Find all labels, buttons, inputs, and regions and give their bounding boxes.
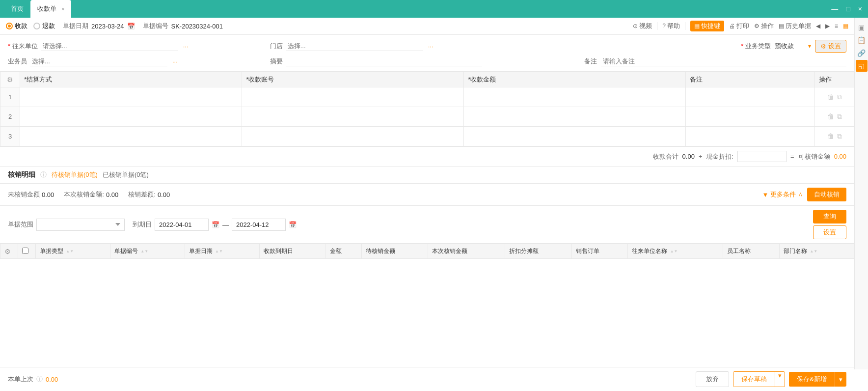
close-btn[interactable]: × [856, 5, 864, 13]
bth-date[interactable]: 单据日期 ▲▼ [185, 244, 259, 259]
row-1-settle[interactable] [20, 87, 242, 107]
cal-end-icon[interactable]: 📅 [289, 221, 297, 228]
shortcut-btn[interactable]: ▤ 快捷键 [690, 21, 724, 31]
summary-input[interactable] [286, 56, 482, 66]
operation-label: 操作 [761, 22, 774, 30]
radio-receive[interactable]: 收款 [6, 22, 27, 30]
date-field: 单据日期 2023-03-24 📅 [63, 22, 135, 30]
date-label: 单据日期 [63, 22, 88, 30]
writeoff-info-icon[interactable]: ⓘ [40, 170, 47, 179]
due-date-start[interactable] [155, 219, 209, 231]
store-more-btn[interactable]: ··· [426, 43, 435, 50]
bth-dept[interactable]: 部门名称 ▲▼ [780, 244, 854, 259]
summary-row: 收款合计 0.00 + 现金折扣: = 可核销金额 0.00 [0, 147, 854, 167]
help-btn[interactable]: ? 帮助 [662, 22, 680, 30]
business-type-field: 业务类型 预收款 ▾ ⚙ 设置 [584, 40, 846, 53]
panel-btn-2[interactable]: 📋 [856, 34, 868, 46]
row-num-3: 3 [0, 127, 20, 146]
radio-receive-dot [6, 23, 13, 29]
counterparty-more-btn[interactable]: ··· [181, 43, 190, 50]
counterparty-label: 往来单位 [8, 42, 38, 51]
prev-btn[interactable]: ◀ [816, 23, 820, 29]
grid-view-btn[interactable]: ▦ [843, 23, 848, 29]
next-btn[interactable]: ▶ [825, 23, 830, 29]
row-2-remark[interactable] [686, 107, 815, 127]
row-1-amount[interactable] [464, 87, 686, 107]
discount-input[interactable] [737, 151, 787, 162]
range-select[interactable] [36, 219, 125, 231]
bth-gear[interactable]: ⚙ [0, 244, 18, 259]
tab-home[interactable]: 首页 [4, 0, 30, 18]
save-draft-arrow[interactable]: ▾ [775, 372, 785, 387]
bth-number[interactable]: 单据编号 ▲▼ [110, 244, 185, 259]
row-1-copy-btn[interactable]: ⧉ [837, 93, 842, 101]
print-btn[interactable]: 🖨 打印 [729, 22, 749, 30]
staff-more-btn[interactable]: ··· [170, 58, 180, 65]
row-1-delete-btn[interactable]: 🗑 [827, 93, 834, 101]
store-input[interactable] [286, 41, 423, 51]
row-3-amount[interactable] [464, 127, 686, 146]
radio-refund[interactable]: 退款 [33, 22, 55, 30]
staff-input[interactable] [30, 56, 167, 66]
panel-btn-3[interactable]: 🔗 [856, 47, 868, 59]
bth-checkbox[interactable] [18, 244, 36, 259]
bth-type[interactable]: 单据类型 ▲▼ [36, 244, 110, 259]
counterparty-input[interactable] [41, 41, 178, 51]
tab-close-icon[interactable]: × [61, 6, 64, 12]
row-1-account[interactable] [242, 87, 464, 107]
pending-tab[interactable]: 待核销单据(0笔) [52, 170, 98, 179]
maximize-btn[interactable]: □ [844, 5, 852, 13]
divider-1 [657, 22, 657, 30]
row-2-delete-btn[interactable]: 🗑 [827, 112, 834, 121]
tab-receipt[interactable]: 收款单 × [30, 0, 71, 18]
row-1-remark[interactable] [686, 87, 815, 107]
save-new-arrow[interactable]: ▾ [835, 372, 846, 387]
panel-btn-1[interactable]: ▣ [856, 22, 868, 33]
row-2-amount[interactable] [464, 107, 686, 127]
more-filter-btn[interactable]: ▼ 更多条件 ∧ [762, 190, 804, 199]
select-all-checkbox[interactable] [22, 248, 28, 254]
bottom-gear-icon[interactable]: ⚙ [4, 248, 11, 255]
radio-refund-dot [33, 23, 40, 29]
due-date-end[interactable] [232, 219, 286, 231]
form-row-2: 业务员 ··· 摘要 备注 [8, 56, 846, 66]
pending-count: 0笔 [85, 171, 95, 178]
save-new-btn[interactable]: 保存&新增 [789, 372, 835, 387]
filter-icon: ▼ [762, 191, 769, 198]
done-tab[interactable]: 已核销单据(0笔) [103, 170, 149, 179]
diff-stat: 核销差额: 0.00 [128, 190, 170, 199]
filter-settings-btn[interactable]: 设置 [813, 225, 846, 239]
row-3-settle[interactable] [20, 127, 242, 146]
remark-input[interactable] [601, 56, 846, 66]
row-2-settle[interactable] [20, 107, 242, 127]
panel-btn-4[interactable]: ◱ [856, 60, 868, 72]
row-num-1: 1 [0, 87, 20, 107]
row-3-remark[interactable] [686, 127, 815, 146]
history-btn[interactable]: ▤ 历史单据 [779, 22, 811, 30]
footer-info-icon[interactable]: ⓘ [36, 375, 43, 384]
table-gear-icon[interactable]: ⚙ [7, 76, 13, 84]
setting-btn[interactable]: ⚙ 设置 [815, 40, 846, 53]
date-value: 2023-03-24 [91, 23, 124, 30]
calendar-icon[interactable]: 📅 [127, 23, 135, 30]
row-3-copy-btn[interactable]: ⧉ [837, 132, 842, 140]
unwriteoff-value: 0.00 [42, 191, 54, 198]
operation-btn[interactable]: ⚙ 操作 [754, 22, 774, 30]
video-btn[interactable]: ⊙ 视频 [633, 22, 652, 30]
row-2-copy-btn[interactable]: ⧉ [837, 112, 842, 121]
bth-counterparty[interactable]: 往来单位名称 ▲▼ [628, 244, 723, 259]
row-3-delete-btn[interactable]: 🗑 [827, 132, 834, 140]
radio-refund-label: 退款 [42, 22, 55, 30]
cal-start-icon[interactable]: 📅 [212, 221, 219, 228]
row-3-account[interactable] [242, 127, 464, 146]
row-2-account[interactable] [242, 107, 464, 127]
minimize-btn[interactable]: — [829, 5, 840, 13]
th-settings[interactable]: ⚙ [0, 72, 20, 87]
abandon-btn[interactable]: 放弃 [696, 371, 729, 387]
auto-writeoff-btn[interactable]: 自动核销 [807, 188, 846, 201]
save-draft-btn[interactable]: 保存草稿 [733, 372, 775, 387]
list-view-btn[interactable]: ≡ [835, 23, 838, 29]
query-btn[interactable]: 查询 [813, 210, 846, 223]
bth-amount: 金额 [326, 244, 361, 259]
business-type-dropdown[interactable]: ▾ [808, 43, 811, 50]
